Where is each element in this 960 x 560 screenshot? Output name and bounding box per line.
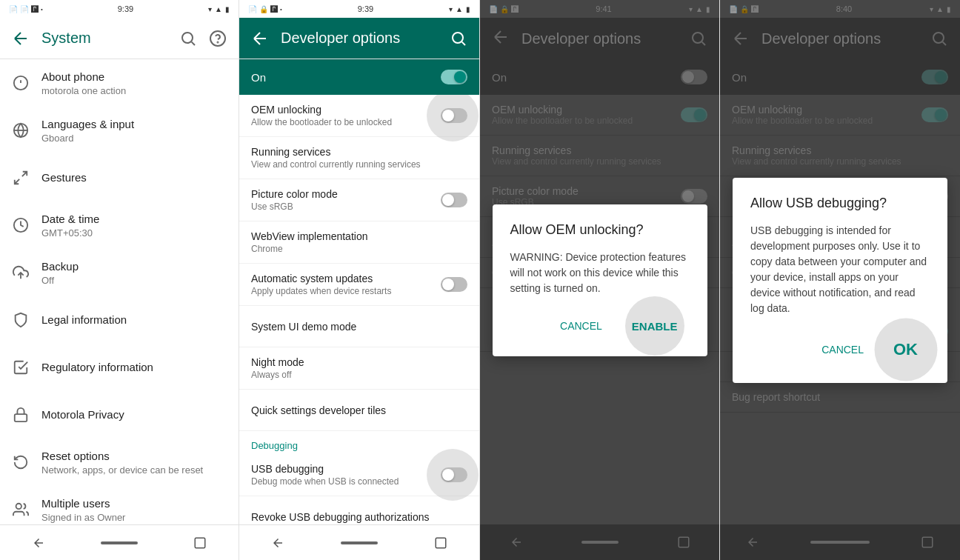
usb-cancel-button[interactable]: Cancel <box>810 334 876 365</box>
regulatory-title: Regulatory information <box>41 360 227 375</box>
gestures-text: Gestures <box>41 170 227 185</box>
oem-toggle[interactable] <box>441 108 467 123</box>
motorola-privacy-icon <box>12 406 30 424</box>
setting-legal-info[interactable]: Legal information <box>0 296 239 344</box>
languages-text: Languages & input Gboard <box>41 117 227 144</box>
multiple-users-subtitle: Signed in as Owner <box>41 512 227 523</box>
reset-title: Reset options <box>41 449 227 464</box>
quick-settings-title: Quick settings developer tiles <box>251 404 467 416</box>
regulatory-icon <box>12 359 30 376</box>
p2-notif1: 📄 <box>248 5 257 13</box>
oem-cancel-button[interactable]: Cancel <box>548 314 614 339</box>
setting-multiple-users[interactable]: Multiple users Signed in as Owner <box>0 486 239 524</box>
p2-wifi: ▾ <box>449 5 453 13</box>
oem-dialog-title: Allow OEM unlocking? <box>510 222 690 238</box>
oem-subtitle: Allow the bootloader to be unlocked <box>251 117 429 127</box>
oem-toggle-container <box>441 108 467 123</box>
setting-regulatory[interactable]: Regulatory information <box>0 344 239 391</box>
backup-text: Backup Off <box>41 259 227 287</box>
dev-item-picture-color[interactable]: Picture color mode Use sRGB <box>239 179 479 221</box>
setting-reset-options[interactable]: Reset options Network, apps, or device c… <box>0 439 239 486</box>
languages-icon <box>12 121 30 139</box>
night-mode-title: Night mode <box>251 356 467 368</box>
system-ui-demo-title: System UI demo mode <box>251 321 467 333</box>
about-phone-subtitle: motorola one action <box>41 85 227 96</box>
dev-item-revoke-usb[interactable]: Revoke USB debugging authorizations <box>239 496 479 524</box>
svg-rect-14 <box>195 538 205 548</box>
svg-rect-10 <box>15 414 27 421</box>
webview-subtitle: Chrome <box>251 244 467 254</box>
reset-text: Reset options Network, apps, or device c… <box>41 449 227 476</box>
help-button-system[interactable] <box>209 30 227 47</box>
picture-color-title: Picture color mode <box>251 188 429 200</box>
auto-updates-toggle[interactable] <box>441 277 467 292</box>
setting-about-phone[interactable]: About phone motorola one action <box>0 59 239 107</box>
dev-item-oem-unlocking[interactable]: OEM unlocking Allow the bootloader to be… <box>239 95 479 137</box>
status-time-panel1: 9:39 <box>118 4 133 13</box>
back-button-devopt[interactable] <box>251 30 269 47</box>
dev-item-running-services[interactable]: Running services View and control curren… <box>239 137 479 179</box>
svg-point-15 <box>453 33 463 43</box>
panel-usb-dialog: 📄 🔒 🅿 8:40 ▾ ▲ ▮ Developer options On <box>720 0 960 560</box>
wifi-icon: ▾ <box>208 5 212 13</box>
picture-color-toggle[interactable] <box>441 193 467 207</box>
motorola-privacy-title: Motorola Privacy <box>41 407 227 422</box>
usb-dialog-title: Allow USB debugging? <box>750 196 930 211</box>
usb-debug-title: USB debugging <box>251 463 429 475</box>
nav-back-panel1[interactable] <box>24 528 53 558</box>
setting-languages[interactable]: Languages & input Gboard <box>0 107 239 154</box>
dev-on-toggle[interactable] <box>441 70 467 84</box>
nav-home-pill-panel1[interactable] <box>101 541 138 544</box>
legal-info-text: Legal information <box>41 313 227 327</box>
gestures-title: Gestures <box>41 170 227 185</box>
nav-recents-panel2[interactable] <box>426 528 456 558</box>
oem-title: OEM unlocking <box>251 104 429 116</box>
dev-item-quick-settings-tiles[interactable]: Quick settings developer tiles <box>239 390 479 431</box>
running-services-subtitle: View and control currently running servi… <box>251 159 467 170</box>
status-right-icons: ▾ ▲ ▮ <box>208 5 230 13</box>
nav-back-panel2[interactable] <box>263 528 293 558</box>
p2-notif2: 🔒 <box>259 5 268 13</box>
panel-developer-options: 📄 🔒 🅿 • 9:39 ▾ ▲ ▮ Developer options On <box>239 0 480 560</box>
auto-updates-subtitle: Apply updates when device restarts <box>251 286 429 296</box>
auto-updates-title: Automatic system updates <box>251 273 429 284</box>
dev-on-bar: On <box>239 59 479 95</box>
p2-dot: • <box>280 6 282 13</box>
nav-home-pill-panel2[interactable] <box>341 541 378 544</box>
setting-date-time[interactable]: Date & time GMT+05:30 <box>0 201 239 249</box>
search-button-devopt[interactable] <box>450 30 467 47</box>
usb-dialog-actions: Cancel OK <box>750 334 930 365</box>
dev-item-auto-updates[interactable]: Automatic system updates Apply updates w… <box>239 264 479 306</box>
setting-motorola-privacy[interactable]: Motorola Privacy <box>0 391 239 439</box>
legal-icon <box>12 311 30 329</box>
nav-recents-panel1[interactable] <box>185 528 215 558</box>
dev-item-usb-debugging[interactable]: USB debugging Debug mode when USB is con… <box>239 454 479 496</box>
dev-item-night-mode[interactable]: Night mode Always off <box>239 347 479 390</box>
signal-icon: ▲ <box>215 5 222 13</box>
usb-ok-button[interactable]: OK <box>881 334 930 365</box>
usb-dialog-body: USB debugging is intended for developmen… <box>750 223 930 316</box>
svg-point-11 <box>16 504 21 509</box>
setting-backup[interactable]: Backup Off <box>0 249 239 296</box>
back-button-system[interactable] <box>12 30 30 47</box>
backup-title: Backup <box>41 259 227 274</box>
dev-item-webview[interactable]: WebView implementation Chrome <box>239 221 479 264</box>
panel-system-settings: 📄 📄 🅿 • 9:39 ▾ ▲ ▮ System <box>0 0 239 560</box>
usb-debug-subtitle: Debug mode when USB is connected <box>251 476 429 487</box>
p2-battery: ▮ <box>466 5 470 13</box>
oem-enable-button[interactable]: Enable <box>620 314 690 339</box>
usb-toggle[interactable] <box>441 467 467 482</box>
dev-item-system-ui-demo[interactable]: System UI demo mode <box>239 306 479 347</box>
search-button-system[interactable] <box>179 30 197 47</box>
setting-gestures[interactable]: Gestures <box>0 154 239 201</box>
backup-subtitle: Off <box>41 275 227 286</box>
picture-color-subtitle: Use sRGB <box>251 201 429 212</box>
about-phone-icon <box>12 74 30 92</box>
motorola-privacy-text: Motorola Privacy <box>41 407 227 422</box>
languages-subtitle: Gboard <box>41 133 227 144</box>
gestures-icon <box>12 169 30 187</box>
users-icon <box>12 501 30 519</box>
night-mode-subtitle: Always off <box>251 370 467 380</box>
status-left-icons: 📄 📄 🅿 • <box>9 5 43 13</box>
p2-notif3: 🅿 <box>270 5 278 13</box>
